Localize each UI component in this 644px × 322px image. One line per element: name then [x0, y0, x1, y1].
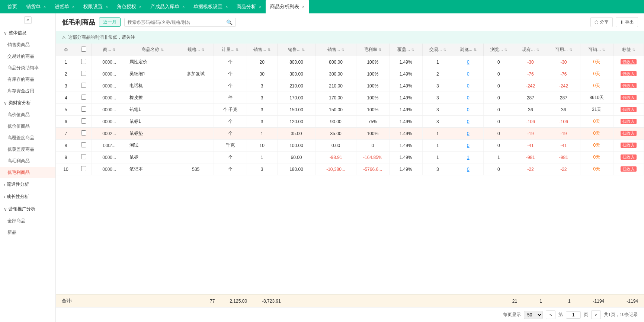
search-icon[interactable]: 🔍 — [226, 19, 233, 25]
nav-product-analysis[interactable]: 商品分析 × — [232, 0, 266, 13]
sidebar-item-in-stock[interactable]: 有库存的商品 — [0, 74, 55, 85]
sidebar-item-traded-products[interactable]: 交易过的商品 — [0, 51, 55, 62]
col-unit[interactable]: 计量... ⇅ — [214, 44, 247, 56]
row-checkbox[interactable] — [81, 83, 86, 88]
share-button[interactable]: ⬡ 分享 — [590, 17, 613, 27]
close-product-storage[interactable]: × — [182, 4, 185, 9]
sidebar-item-sales-products[interactable]: 销售类商品 — [0, 39, 55, 51]
cell-checkbox[interactable] — [76, 163, 92, 175]
nav-product-analysis-list[interactable]: 商品分析列表 × — [266, 0, 309, 13]
col-stock-now[interactable]: 现有... ⇅ — [514, 44, 547, 56]
cell-browse1[interactable]: 0 — [453, 92, 483, 104]
search-input[interactable] — [128, 20, 226, 25]
sidebar-group-overall[interactable]: ∨ 整体信息 — [0, 27, 55, 39]
period-button[interactable]: 近一月 — [99, 17, 121, 27]
nav-product-storage[interactable]: 产成品入库单 × — [146, 0, 189, 13]
nav-permission-settings[interactable]: 权限设置 × — [79, 0, 112, 13]
sidebar-collapse-button[interactable]: « — [24, 16, 32, 24]
cell-browse1[interactable]: 0 — [453, 68, 483, 80]
row-checkbox[interactable] — [81, 154, 86, 159]
cell-trade-count: 3 — [422, 104, 453, 116]
cell-checkbox[interactable] — [76, 140, 92, 152]
close-template[interactable]: × — [225, 4, 228, 9]
nav-purchase-order[interactable]: 进货单 × — [50, 0, 79, 13]
close-sales-order[interactable]: × — [44, 4, 46, 9]
sidebar-item-low-margin[interactable]: 低毛利商品 — [0, 167, 55, 178]
sidebar-item-stock-capital[interactable]: 库存资金占用 — [0, 85, 55, 97]
cell-browse1[interactable]: 0 — [453, 80, 483, 92]
sidebar-item-high-value[interactable]: 高价值商品 — [0, 109, 55, 121]
sidebar-item-high-coverage[interactable]: 高覆盖度商品 — [0, 132, 55, 144]
col-browse1[interactable]: 浏览... ⇅ — [453, 44, 483, 56]
cell-checkbox[interactable] — [76, 80, 92, 92]
row-checkbox[interactable] — [81, 130, 86, 136]
sidebar-item-category-rate[interactable]: 商品分类助销率 — [0, 62, 55, 74]
page-input[interactable] — [566, 311, 581, 319]
col-trade-count[interactable]: 交易... ⇅ — [422, 44, 453, 56]
row-checkbox[interactable] — [81, 118, 86, 124]
close-product-analysis-list[interactable]: × — [302, 4, 304, 9]
prev-page-button[interactable]: ＜ — [546, 310, 555, 319]
row-checkbox[interactable] — [81, 95, 86, 100]
col-code[interactable]: 商... ⇅ — [92, 44, 127, 56]
col-gross-rate[interactable]: 毛利率 ⇅ — [356, 44, 389, 56]
export-button[interactable]: ⬇ 导出 — [616, 17, 638, 27]
cell-browse1[interactable]: 0 — [453, 56, 483, 68]
cell-browse1[interactable]: 1 — [453, 152, 483, 163]
col-tag[interactable]: 标签 ⇅ — [613, 44, 644, 56]
cell-unit: 个,千克 — [214, 104, 247, 116]
sidebar-item-new-products[interactable]: 新品 — [0, 227, 55, 238]
col-checkbox[interactable] — [76, 44, 92, 56]
row-checkbox[interactable] — [81, 166, 86, 171]
row-checkbox[interactable] — [81, 142, 86, 147]
row-checkbox[interactable] — [81, 59, 86, 64]
row-checkbox[interactable] — [81, 106, 86, 112]
sidebar-item-low-value[interactable]: 低价值商品 — [0, 121, 55, 132]
cell-stock-avail: -30 — [547, 56, 580, 68]
sidebar-item-high-margin[interactable]: 高毛利商品 — [0, 155, 55, 167]
col-sales-count[interactable]: 销售... ⇅ — [247, 44, 277, 56]
cell-checkbox[interactable] — [76, 104, 92, 116]
nav-template-settings[interactable]: 单据模板设置 × — [189, 0, 232, 13]
close-role-auth[interactable]: × — [139, 4, 141, 9]
col-stock-sale[interactable]: 可销... ⇅ — [580, 44, 613, 56]
sidebar-group-marketing[interactable]: ∨ 营销推广分析 — [0, 203, 55, 215]
cell-checkbox[interactable] — [76, 152, 92, 163]
cell-browse1[interactable]: 0 — [453, 116, 483, 128]
cell-checkbox[interactable] — [76, 68, 92, 80]
col-cover-rate[interactable]: 覆盖... ⇅ — [389, 44, 422, 56]
sidebar-group-wealth[interactable]: ∨ 类财富分析 — [0, 97, 55, 109]
row-checkbox[interactable] — [81, 71, 86, 76]
col-stock-avail[interactable]: 可用... ⇅ — [547, 44, 580, 56]
nav-home[interactable]: 首页 — [3, 0, 22, 13]
nav-role-auth[interactable]: 角色授权 × — [112, 0, 146, 13]
cell-checkbox[interactable] — [76, 56, 92, 68]
col-name[interactable]: 商品名称 ⇅ — [127, 44, 178, 56]
cell-checkbox[interactable] — [76, 116, 92, 128]
close-purchase-order[interactable]: × — [72, 4, 74, 9]
sidebar-group-growth[interactable]: › 成长性分析 — [0, 191, 55, 203]
sidebar-item-all-products[interactable]: 全部商品 — [0, 215, 55, 227]
sidebar-group-circulation[interactable]: › 流通性分析 — [0, 178, 55, 191]
cell-checkbox[interactable] — [76, 92, 92, 104]
sidebar-item-low-coverage[interactable]: 低覆盖度商品 — [0, 144, 55, 155]
nav-sales-order[interactable]: 销货单 × — [22, 0, 50, 13]
cell-checkbox[interactable] — [76, 128, 92, 140]
cell-browse1[interactable]: 0 — [453, 140, 483, 152]
col-sales-price[interactable]: 销售... ⇅ — [277, 44, 315, 56]
cell-browse1[interactable]: 0 — [453, 128, 483, 140]
cell-browse1[interactable]: 0 — [453, 104, 483, 116]
sort-stock-sale-icon: ⇅ — [602, 48, 605, 52]
close-product-analysis[interactable]: × — [259, 4, 261, 9]
col-spec[interactable]: 规格... ⇅ — [178, 44, 214, 56]
tag-label: 低收入 — [621, 143, 637, 148]
next-page-button[interactable]: ＞ — [591, 310, 601, 319]
table-container[interactable]: ⚙ 商... ⇅ 商品名称 ⇅ 规格... ⇅ 计量... ⇅ 销售... ⇅ … — [56, 44, 644, 294]
close-permission[interactable]: × — [106, 4, 108, 9]
per-page-select[interactable]: 50 20 100 — [524, 311, 543, 319]
col-settings[interactable]: ⚙ — [56, 44, 76, 56]
col-sales-amount[interactable]: 销售... ⇅ — [315, 44, 356, 56]
col-browse2[interactable]: 浏览... ⇅ — [483, 44, 514, 56]
cell-browse1[interactable]: 0 — [453, 163, 483, 175]
select-all-checkbox[interactable] — [81, 47, 86, 52]
